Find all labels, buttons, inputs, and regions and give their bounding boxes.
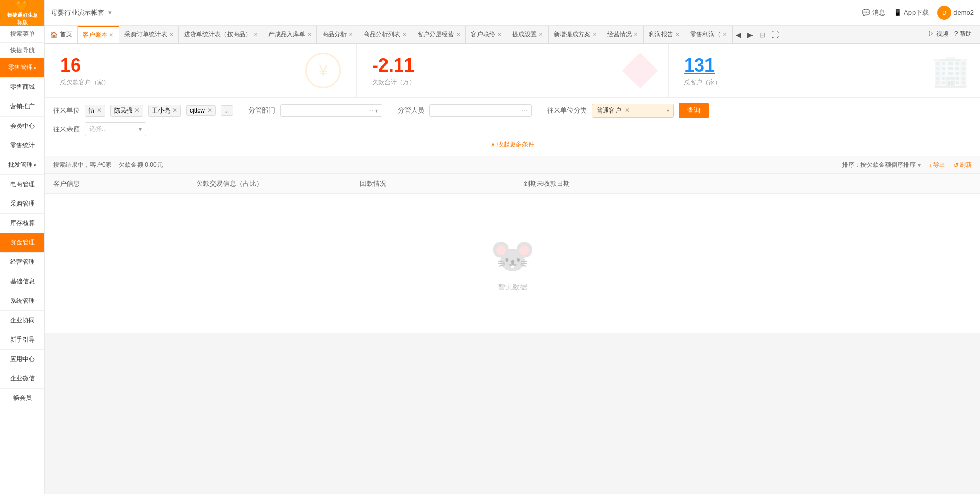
close-tab-retail-profit[interactable]: ✕: [723, 32, 727, 37]
result-bar: 搜索结果中，客户0家 欠款金额 0.00元 排序：按欠款金额倒序排序 ▾ ↓ 导…: [45, 156, 980, 174]
export-icon: ↓: [929, 162, 932, 169]
query-button[interactable]: 查询: [679, 103, 709, 118]
sidebar-logo: 🧡 畅捷通好生意 标版: [0, 0, 44, 26]
close-tab-new-promote[interactable]: ✕: [592, 32, 597, 37]
sidebar-item-newbie[interactable]: 新手引导: [0, 330, 44, 350]
filter-row-1: 往来单位 伍 ✕ 陈民强 ✕ 王小亮 ✕ cjttcw: [53, 103, 972, 118]
sidebar-item-marketing[interactable]: 营销推广: [0, 97, 44, 117]
close-tab-business-status[interactable]: ✕: [634, 32, 638, 37]
tab-scroll-right[interactable]: ▶: [744, 31, 756, 39]
sidebar-item-retail-stats[interactable]: 零售统计: [0, 136, 44, 155]
logo-sub: 标版: [17, 19, 28, 26]
tab-business-status[interactable]: 经营情况 ✕: [602, 26, 644, 44]
collapse-btn[interactable]: ∧ 收起更多条件: [491, 140, 534, 149]
tab-goods-analysis-list[interactable]: 商品分析列表 ✕: [358, 26, 412, 44]
home-icon: 🏠: [50, 31, 58, 38]
unit-tag-chen[interactable]: 陈民强 ✕: [110, 105, 143, 117]
sidebar-item-corp-wechat[interactable]: 企业微信: [0, 369, 44, 389]
remove-unit-type-tag[interactable]: ✕: [625, 107, 630, 114]
remove-tag-wang[interactable]: ✕: [172, 107, 177, 114]
close-tab-promote-settings[interactable]: ✕: [539, 32, 543, 37]
remove-tag-chen[interactable]: ✕: [134, 107, 140, 114]
dropdown-icon[interactable]: ▾: [108, 9, 112, 16]
app-download-btn[interactable]: 📱 App下载: [894, 8, 929, 17]
close-tab-customer-capital[interactable]: ✕: [109, 32, 113, 38]
sidebar-item-enterprise[interactable]: 企业协同: [0, 311, 44, 330]
result-bar-right: 排序：按欠款金额倒序排序 ▾ ↓ 导出 ↺ 刷新: [842, 161, 972, 169]
sidebar-item-vip-member[interactable]: 畅会员: [0, 389, 44, 408]
message-btn[interactable]: 💬 消息: [862, 8, 885, 17]
page: ▷ 视频 ? 帮助 ¥ 16 总欠款客户（家）: [45, 44, 980, 333]
empty-illustration: 🐭: [490, 235, 535, 277]
topbar-right: 💬 消息 📱 App下载 D demo2: [862, 6, 974, 20]
unit-type-select[interactable]: 普通客户 ✕ ▾: [592, 104, 674, 118]
sidebar-item-search[interactable]: 搜索菜单: [0, 26, 44, 43]
tab-customer-connect[interactable]: 客户联络 ✕: [466, 26, 507, 44]
person-select[interactable]: ···: [429, 104, 532, 117]
tab-profit-report[interactable]: 利润报告 ✕: [644, 26, 685, 44]
refresh-btn[interactable]: ↺ 刷新: [953, 161, 972, 169]
sidebar-item-retail-mall[interactable]: 零售商城: [0, 78, 44, 97]
dept-label: 分管部门: [248, 106, 275, 115]
unit-tag-wang[interactable]: 王小亮 ✕: [148, 105, 181, 117]
tab-menu[interactable]: ⊟: [756, 31, 768, 39]
sidebar-item-app-center[interactable]: 应用中心: [0, 350, 44, 369]
close-tab-customer-connect[interactable]: ✕: [497, 32, 502, 37]
sidebar-item-retail-mgmt[interactable]: 零售管理 ▾: [0, 58, 44, 78]
balance-label: 往来余额: [53, 125, 80, 134]
remove-tag-cj[interactable]: ✕: [207, 107, 212, 114]
stat-overdue-amount-label: 欠款合计（万）: [372, 78, 415, 87]
remove-tag-wu[interactable]: ✕: [97, 107, 102, 114]
tab-purchase-stats[interactable]: 进货单统计表（按商品） ✕: [179, 26, 263, 44]
sidebar-item-purchase[interactable]: 采购管理: [0, 194, 44, 214]
empty-text: 暂无数据: [498, 283, 527, 292]
logo-text: 畅捷通好生意: [7, 12, 38, 19]
tab-promote-settings[interactable]: 提成设置 ✕: [507, 26, 549, 44]
user-avatar: D: [937, 6, 951, 20]
sort-label: 排序：按欠款金额倒序排序: [842, 161, 916, 169]
balance-input[interactable]: 选择... ▾: [85, 122, 146, 136]
close-tab-purchase-stats[interactable]: ✕: [254, 32, 258, 37]
person-label: 分管人员: [398, 106, 424, 115]
close-tab-profit-report[interactable]: ✕: [675, 32, 679, 37]
sidebar-item-ecommerce[interactable]: 电商管理: [0, 175, 44, 194]
tab-purchase-order[interactable]: 采购订单统计表 ✕: [119, 26, 179, 44]
tab-new-promote[interactable]: 新增提成方案 ✕: [549, 26, 602, 44]
sidebar-item-batch-mgmt[interactable]: 批发管理 ▾: [0, 155, 44, 175]
tab-goods-analysis[interactable]: 商品分析 ✕: [317, 26, 358, 44]
sidebar-item-inventory[interactable]: 库存核算: [0, 214, 44, 233]
stat-total-customers-value[interactable]: 131: [684, 54, 715, 76]
close-tab-goods-analysis[interactable]: ✕: [349, 32, 353, 37]
tab-maximize[interactable]: ⛶: [768, 31, 782, 39]
export-btn[interactable]: ↓ 导出: [929, 161, 945, 169]
balance-arrow-icon: ▾: [139, 126, 142, 133]
tab-customer-capital[interactable]: 客户账本 ✕: [78, 26, 119, 44]
sidebar-item-basic-info[interactable]: 基础信息: [0, 272, 44, 291]
tab-home[interactable]: 🏠 首页: [45, 26, 78, 44]
sort-select[interactable]: 排序：按欠款金额倒序排序 ▾: [842, 161, 921, 169]
tab-retail-profit[interactable]: 零售利润（ ✕: [685, 26, 733, 44]
tab-scroll-left[interactable]: ◀: [733, 31, 744, 39]
person-more-icon: ···: [522, 107, 527, 114]
main-area: 母婴行业演示帐套 ▾ 💬 消息 📱 App下载 D demo2 🏠 首页 客户账…: [45, 0, 980, 494]
topbar-brand: 母婴行业演示帐套: [51, 8, 104, 17]
close-tab-purchase-order[interactable]: ✕: [169, 32, 173, 37]
dept-select[interactable]: ··· ▾: [280, 104, 382, 117]
user-menu[interactable]: D demo2: [937, 6, 974, 20]
topbar: 母婴行业演示帐套 ▾ 💬 消息 📱 App下载 D demo2: [45, 0, 980, 26]
tab-customer-layer[interactable]: 客户分层经营 ✕: [412, 26, 466, 44]
sidebar-item-sys-mgmt[interactable]: 系统管理: [0, 291, 44, 311]
sidebar-item-member[interactable]: 会员中心: [0, 117, 44, 136]
close-tab-customer-layer[interactable]: ✕: [456, 32, 460, 37]
unit-type-label: 往来单位分类: [547, 106, 587, 115]
more-tags-btn[interactable]: ...: [221, 105, 233, 116]
sidebar-item-finance[interactable]: 资金管理: [0, 233, 44, 253]
dept-more-icon: ···: [368, 107, 373, 114]
unit-tag-cj[interactable]: cjttcw ✕: [186, 105, 216, 116]
sidebar-item-operations[interactable]: 经营管理: [0, 253, 44, 272]
unit-tag-wu[interactable]: 伍 ✕: [85, 105, 105, 117]
sidebar-item-quick-nav[interactable]: 快捷导航: [0, 43, 44, 58]
close-tab-goods-analysis-list[interactable]: ✕: [402, 32, 406, 37]
tab-product-in[interactable]: 产成品入库单 ✕: [263, 26, 317, 44]
close-tab-product-in[interactable]: ✕: [307, 32, 311, 37]
